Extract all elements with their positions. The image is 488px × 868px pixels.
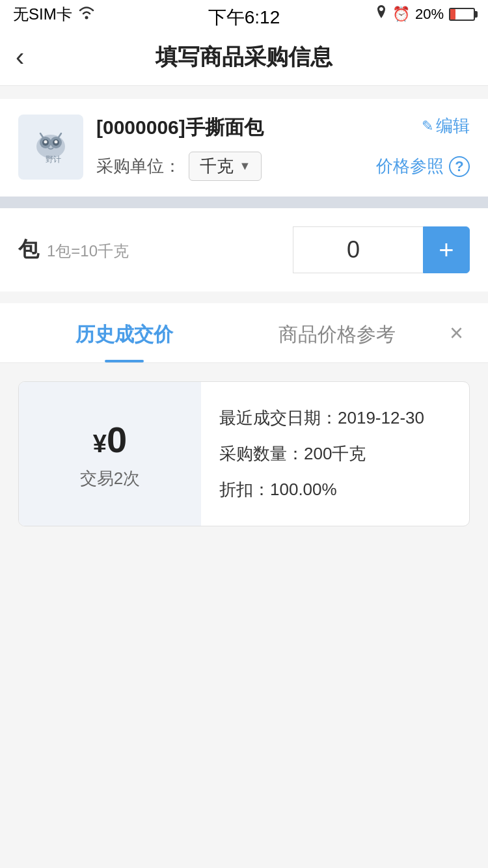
price-ref-button[interactable]: 价格参照 ? <box>376 155 470 178</box>
price-card-right: 最近成交日期：2019-12-30 采购数量：200千克 折扣：100.00% <box>201 382 469 526</box>
unit-label: 采购单位： <box>96 156 181 176</box>
svg-text:野计: 野计 <box>46 155 61 163</box>
unit-section: 采购单位： 千克 ▼ <box>96 152 262 181</box>
carrier-text: 无SIM卡 <box>13 4 72 25</box>
product-logo-icon: 野计 <box>31 124 70 170</box>
back-button[interactable]: ‹ <box>16 42 24 72</box>
quantity-plus-button[interactable]: + <box>423 226 470 273</box>
wifi-icon <box>77 5 96 23</box>
quantity-input[interactable] <box>293 226 423 273</box>
tab-close-button[interactable]: × <box>443 313 470 353</box>
nav-bar: ‹ 填写商品采购信息 <box>0 29 488 86</box>
tab-market-label: 商品价格参考 <box>278 323 396 345</box>
quantity-input-group: + <box>293 226 470 273</box>
svg-point-0 <box>85 16 88 20</box>
product-unit-row: 采购单位： 千克 ▼ 价格参照 ? <box>96 152 470 181</box>
price-detail-discount: 折扣：100.00% <box>219 477 451 502</box>
price-card-left: ¥0 交易2次 <box>19 382 201 526</box>
status-right: ⏰ 20% <box>375 5 475 23</box>
price-ref-label: 价格参照 <box>376 155 444 178</box>
price-detail-qty: 采购数量：200千克 <box>219 441 451 467</box>
status-bar: 无SIM卡 下午6:12 ⏰ 20% <box>0 0 488 29</box>
price-value: 0 <box>107 419 127 460</box>
price-trade-count: 交易2次 <box>80 467 140 490</box>
discount-value: 100.00% <box>270 480 337 499</box>
date-label: 最近成交日期： <box>219 408 338 427</box>
date-value: 2019-12-30 <box>338 408 424 427</box>
qty-value: 200千克 <box>304 444 366 463</box>
quantity-conversion: 1包=10千克 <box>47 241 129 262</box>
tabs-bar: 历史成交价 商品价格参考 × <box>0 303 488 363</box>
product-name: [0000006]手撕面包 <box>96 115 264 141</box>
price-yen-symbol: ¥ <box>93 430 107 457</box>
svg-point-7 <box>55 140 58 143</box>
svg-point-6 <box>44 140 47 143</box>
product-thumbnail: 野计 <box>18 115 83 180</box>
quantity-unit: 包 <box>18 236 39 264</box>
history-content: ¥0 交易2次 最近成交日期：2019-12-30 采购数量：200千克 折扣：… <box>0 363 488 545</box>
product-row: 野计 [0000006]手撕面包 ✎ 编辑 采购单位： 千克 ▼ <box>18 115 470 181</box>
status-time: 下午6:12 <box>208 5 280 30</box>
tab-history-label: 历史成交价 <box>75 323 173 345</box>
price-amount: ¥0 <box>93 418 127 461</box>
price-card: ¥0 交易2次 最近成交日期：2019-12-30 采购数量：200千克 折扣：… <box>18 381 470 526</box>
qty-label: 采购数量： <box>219 444 304 463</box>
quantity-label-group: 包 1包=10千克 <box>18 236 129 264</box>
unit-value: 千克 <box>200 155 234 178</box>
edit-icon: ✎ <box>422 118 433 135</box>
price-detail-date: 最近成交日期：2019-12-30 <box>219 405 451 431</box>
battery-percent: 20% <box>415 6 444 23</box>
unit-dropdown[interactable]: 千克 ▼ <box>189 152 262 181</box>
bottom-area <box>0 545 488 868</box>
question-icon: ? <box>449 156 470 177</box>
product-info: [0000006]手撕面包 ✎ 编辑 采购单位： 千克 ▼ 价格参照 ? <box>96 115 470 181</box>
discount-label: 折扣： <box>219 480 270 499</box>
tab-history[interactable]: 历史成交价 <box>18 303 230 362</box>
quantity-row: 包 1包=10千克 + <box>0 208 488 292</box>
location-icon <box>375 5 387 23</box>
separator-bar <box>0 197 488 208</box>
product-card: 野计 [0000006]手撕面包 ✎ 编辑 采购单位： 千克 ▼ <box>0 99 488 197</box>
edit-button[interactable]: ✎ 编辑 <box>422 115 470 137</box>
product-header: [0000006]手撕面包 ✎ 编辑 <box>96 115 470 141</box>
chevron-down-icon: ▼ <box>239 159 251 173</box>
edit-label: 编辑 <box>436 115 470 137</box>
page-title: 填写商品采购信息 <box>156 42 332 72</box>
status-left: 无SIM卡 <box>13 4 96 25</box>
battery-icon <box>449 8 475 21</box>
tab-market[interactable]: 商品价格参考 <box>230 303 442 362</box>
alarm-icon: ⏰ <box>392 6 410 23</box>
